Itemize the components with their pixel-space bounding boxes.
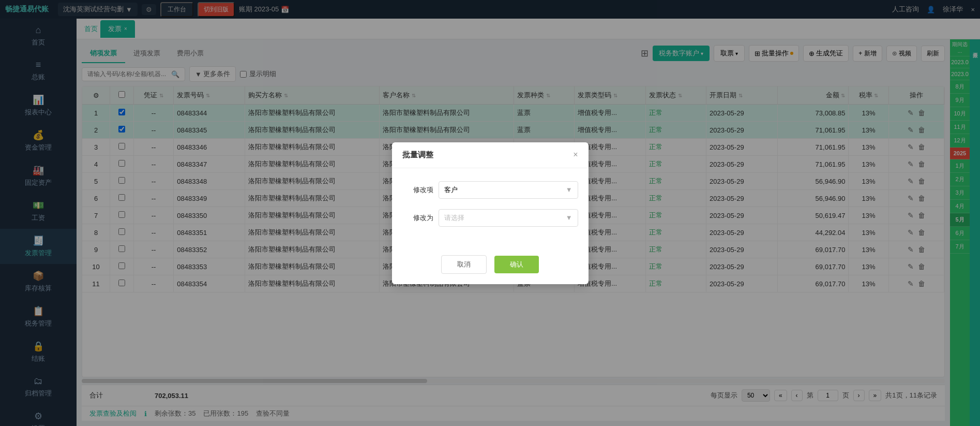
modal-header: 批量调整 × bbox=[392, 142, 589, 168]
modal-overlay[interactable]: 批量调整 × 修改项 客户 ▼ 修改为 请选择 ▼ 取消 确认 bbox=[0, 0, 980, 426]
field-select-value: 客户 bbox=[444, 185, 458, 195]
field-label: 修改项 bbox=[402, 185, 433, 195]
modify-placeholder: 请选择 bbox=[444, 213, 464, 223]
modify-select-arrow: ▼ bbox=[566, 214, 572, 222]
cancel-button[interactable]: 取消 bbox=[441, 255, 487, 274]
modal-body: 修改项 客户 ▼ 修改为 请选择 ▼ bbox=[392, 168, 589, 250]
batch-adjust-modal: 批量调整 × 修改项 客户 ▼ 修改为 请选择 ▼ 取消 确认 bbox=[392, 142, 589, 284]
modal-footer: 取消 确认 bbox=[392, 250, 589, 284]
form-row-field: 修改项 客户 ▼ bbox=[402, 181, 578, 199]
field-select-arrow: ▼ bbox=[566, 186, 572, 194]
modify-label: 修改为 bbox=[402, 213, 433, 223]
confirm-button[interactable]: 确认 bbox=[494, 256, 539, 273]
form-row-modify: 修改为 请选择 ▼ bbox=[402, 209, 578, 227]
modal-title: 批量调整 bbox=[402, 150, 433, 160]
modal-close-button[interactable]: × bbox=[573, 150, 578, 159]
modify-select[interactable]: 请选择 ▼ bbox=[439, 209, 578, 227]
field-select[interactable]: 客户 ▼ bbox=[439, 181, 578, 199]
